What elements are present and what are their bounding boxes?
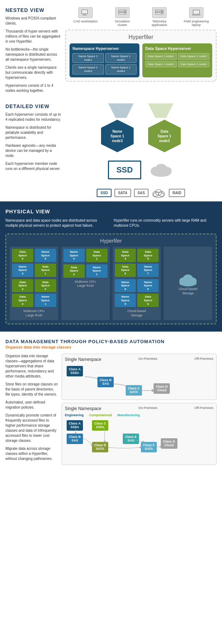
svg-point-6	[124, 13, 125, 13]
funnel-beams	[105, 103, 177, 118]
laptop-icon	[189, 7, 204, 18]
cad-workstation: CAD workstation	[73, 7, 98, 27]
sg1-ns0b: NameSpace0	[12, 264, 33, 277]
server-group-4: Cloud-basedStorage	[164, 247, 212, 320]
dm-para-4: Dynamically promote content of frequentl…	[5, 413, 58, 443]
sg3-ds6: DataSpace6	[137, 294, 159, 307]
cad-icon	[78, 7, 93, 18]
detailed-para-3: Hardware agnostic—any media device can b…	[5, 143, 62, 158]
sas-badge: SAS	[134, 189, 149, 197]
namespace-hyperserver: Namespace Hyperserver Name Space 1 node1…	[70, 43, 139, 77]
ds-node-2: Data Space 1 node2	[178, 53, 210, 60]
server-group-3: DataSpace4 DataSpace5 DataSpace5 NameSpa…	[113, 247, 161, 320]
cloud-phys-icon	[177, 271, 199, 287]
detailed-view-text: DETAILED VIEW Each hyperserver consists …	[5, 103, 62, 174]
sg3-top: DataSpace4 DataSpace5 DataSpace5 NameSpa…	[115, 249, 159, 277]
sg3-ns9: NameSpace9	[137, 279, 159, 293]
ns-node-3: Name Space 1 node3	[72, 64, 104, 74]
physical-desc-right: Hyperfiler runs on commodity servers wit…	[114, 218, 217, 228]
client-icons-row: CAD workstation Simulation cluster Telem…	[65, 7, 217, 27]
field-laptop: Field engineering laptop	[184, 7, 209, 27]
sg2-ns1: NameSpace1	[86, 264, 108, 278]
sg4-label: Cloud-basedStorage	[179, 287, 197, 295]
detailed-view-visual: NameSpace 1node3 DataSpace 1node3 SSD SS…	[65, 103, 217, 198]
dm-para-1: Organize data into storage classes—aggre…	[5, 354, 58, 379]
hyperfiler-container: Hyperfiler Namespace Hyperserver Name Sp…	[65, 30, 217, 82]
sg3-ds4: DataSpace4	[115, 249, 136, 262]
nd1-title: Single Namespace	[65, 357, 101, 362]
ns-big-node: NameSpace 1node3	[101, 120, 134, 152]
svg-marker-13	[108, 103, 134, 118]
hyperfiler-title: Hyperfiler	[70, 34, 212, 40]
physical-desc-left: Namespace and data space nodes are distr…	[5, 218, 108, 228]
nd2-arrows	[65, 418, 181, 462]
nested-para-1: Windows and POSIX-compliant clients.	[5, 16, 62, 26]
sg1-bottom: DataSpace3 DataSpace2 DataSpace2 NameSpa…	[12, 279, 56, 307]
hyperfiler-physical-title: Hyperfiler	[10, 238, 212, 244]
nested-para-4: Clients see a single namespace but commu…	[5, 65, 62, 80]
sg3-ds5b: DataSpace5	[115, 264, 136, 277]
nested-para-3: No bottlenecks—the single namespace is d…	[5, 47, 62, 62]
class-c-box: Class CSATA	[126, 385, 142, 396]
class-d-box: Class DCloud	[154, 383, 170, 394]
ssd-large-box: SSD	[108, 161, 141, 179]
class-a: Class ASSDs	[67, 366, 83, 377]
sg1-top: DataSpace0 NameSpace0 NameSpace0 DataSpa…	[12, 249, 56, 277]
server-icon	[115, 7, 130, 18]
class-b: Class BSAS	[97, 377, 114, 388]
sg2-ns0: NameSpace0	[63, 249, 85, 262]
mfg-label: Manufacturing	[117, 413, 140, 417]
dm-para-3: Automated, user-defined migration polici…	[5, 400, 58, 410]
cloud-small-icon	[151, 188, 166, 198]
big-nodes: NameSpace 1node3 DataSpace 1node3	[101, 120, 181, 152]
physical-desc: Namespace and data space nodes are distr…	[5, 218, 217, 228]
sim-label: Simulation cluster	[115, 20, 130, 27]
nd2-title: Single Namespace	[65, 406, 101, 411]
sg2-ds1: DataSpace1	[86, 249, 108, 262]
class-d: Class DCloud	[154, 383, 170, 394]
ds-big-label: DataSpace 1node3	[156, 127, 173, 145]
sg3-label: Cloud-basedStorage	[115, 309, 159, 317]
detailed-view-section: DETAILED VIEW Each hyperserver consists …	[0, 100, 222, 201]
sg1-ns1: NameSpace1	[35, 294, 56, 307]
ds-node-grid: Data Space 1 node1 Data Space 1 node2 Da…	[145, 53, 209, 67]
sg2-bottom: DataSpace2 NameSpace1	[63, 264, 108, 278]
sg1-label: Multicore CPULarge RAM	[12, 309, 56, 317]
server-group-1: DataSpace0 NameSpace0 NameSpace0 DataSpa…	[10, 247, 58, 320]
raid-badge: RAID	[169, 189, 185, 197]
svg-marker-14	[148, 103, 173, 118]
ns-diagram-1: Single Namespace On-Premises Off-Premise…	[62, 354, 217, 400]
nd1-header: Single Namespace On-Premises Off-Premise…	[65, 357, 213, 362]
svg-point-10	[161, 13, 162, 13]
ds-node-3: Data Space 1 node3	[145, 61, 177, 68]
sata-badge: SATA	[114, 189, 131, 197]
nd2-header: Single Namespace On-Premises Off-Premise…	[65, 406, 213, 411]
svg-rect-1	[83, 14, 85, 15]
data-mgmt-subtitle: Organize data into storage classes	[5, 345, 217, 349]
sg1-ds0: DataSpace0	[12, 249, 33, 262]
data-mgmt-text: Organize data into storage classes—aggre…	[5, 354, 58, 465]
hyperfiler-physical-box: Hyperfiler DataSpace0 NameSpace0 NameSpa…	[5, 234, 217, 324]
detailed-view-title: DETAILED VIEW	[5, 103, 62, 109]
class-a-box: Class ASSDs	[67, 366, 83, 377]
sg3-ns7: NameSpace7	[137, 264, 159, 277]
nested-view-title: NESTED VIEW	[5, 7, 62, 13]
nd1-offprem: Off-Premises	[194, 357, 213, 362]
sg3-bottom: NameSpace8 NameSpace9 NameSpace9 DataSpa…	[115, 279, 159, 307]
class-c: Class CSATA	[126, 385, 142, 396]
ds-node-4: Data Space 1 node4	[178, 61, 210, 68]
sg1-ds3: DataSpace3	[12, 279, 33, 293]
svg-point-9	[161, 10, 162, 11]
comp-label: Computational	[89, 413, 112, 417]
nd1-onprem: On-Premises	[138, 357, 158, 362]
nested-view-section: NESTED VIEW Windows and POSIX-compliant …	[0, 0, 222, 100]
telemetry-label: Telemetry application	[151, 20, 167, 27]
nested-para-2: Thousands of hyper-servers with millions…	[5, 29, 62, 44]
class-b-box: Class BSAS	[97, 377, 114, 388]
svg-point-5	[124, 10, 125, 11]
ns-node-grid: Name Space 1 node1 Name Space 1 node2 Na…	[72, 53, 137, 74]
sg3-ds5: DataSpace5	[137, 249, 159, 262]
hyperserver-row: Namespace Hyperserver Name Space 1 node1…	[70, 43, 212, 77]
ds-hs-title: Data Space Hyperserver	[145, 46, 209, 51]
svg-rect-11	[193, 10, 200, 14]
